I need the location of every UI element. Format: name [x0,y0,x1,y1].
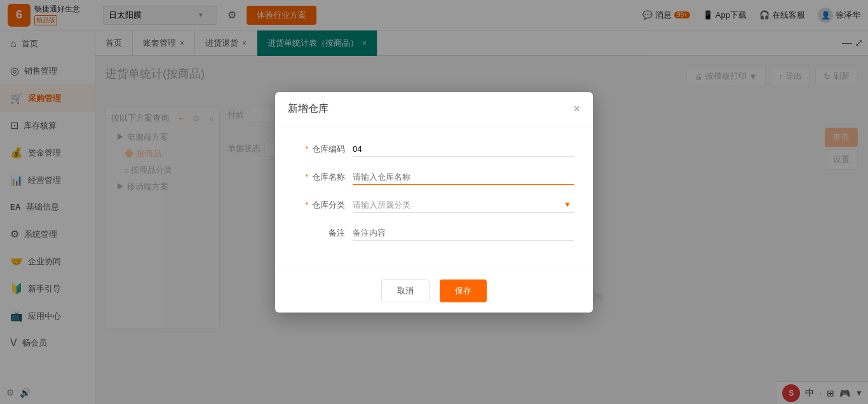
cancel-button[interactable]: 取消 [381,279,430,302]
modal-close-icon[interactable]: × [573,103,580,114]
modal-title: 新增仓库 [288,102,329,116]
name-input[interactable] [353,170,574,185]
code-label: * 仓库编码 [294,144,345,155]
modal-overlay[interactable]: 新增仓库 × * 仓库编码 * 仓库名称 [0,0,868,404]
modal-header: 新增仓库 × [275,92,593,126]
form-row-category: * 仓库分类 请输入所属分类 [294,198,574,213]
note-input[interactable] [353,226,574,241]
form-row-name: * 仓库名称 [294,170,574,185]
code-input[interactable] [353,142,574,157]
modal-footer: 取消 保存 [275,269,593,313]
name-label: * 仓库名称 [294,172,345,183]
category-select[interactable]: 请输入所属分类 [353,198,574,212]
save-button[interactable]: 保存 [440,279,487,302]
add-warehouse-modal: 新增仓库 × * 仓库编码 * 仓库名称 [275,92,593,313]
modal-body: * 仓库编码 * 仓库名称 * 仓库分类 [275,126,593,269]
form-row-note: 备注 [294,226,574,241]
form-row-code: * 仓库编码 [294,142,574,157]
category-label: * 仓库分类 [294,199,345,211]
category-select-wrap: 请输入所属分类 [353,198,574,213]
note-label: 备注 [294,227,345,239]
